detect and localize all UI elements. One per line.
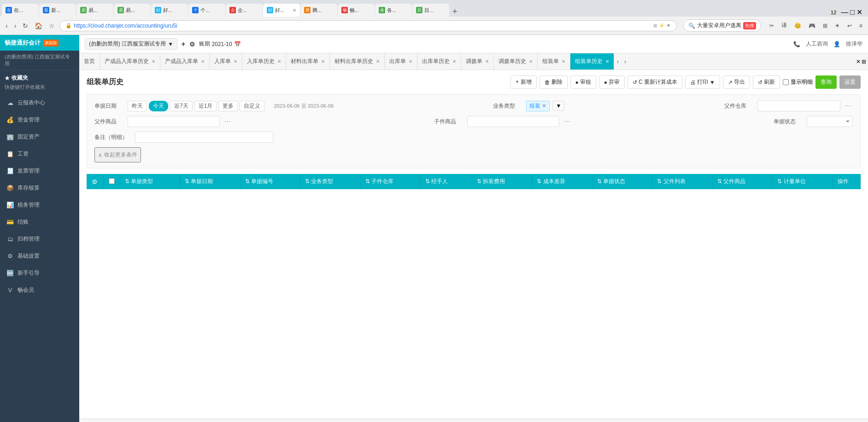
abandon-button[interactable]: ● 弃审 [599, 75, 625, 89]
sidebar-item-settlement[interactable]: 💳 结账 [0, 214, 79, 231]
minimize-button[interactable]: — [841, 8, 848, 17]
back-button[interactable]: ‹ [4, 21, 10, 30]
custom-date-btn[interactable]: 自定义 [240, 101, 264, 111]
sidebar-item-fund[interactable]: 💰 资金管理 [0, 111, 79, 128]
page-tab-production-inbound-history[interactable]: 产成品入库单历史 ✕ [100, 53, 160, 70]
grid-button[interactable]: ⊞ [821, 22, 829, 30]
last1month-btn[interactable]: 近1月 [194, 101, 217, 111]
collapse-button[interactable]: ∧ 收起更多条件 [94, 147, 141, 162]
bill-status-select[interactable] [807, 116, 853, 127]
translate-button[interactable]: 译 [780, 21, 789, 30]
print-button[interactable]: 🖨 打印 ▼ [685, 75, 720, 89]
browser-tab-3[interactable]: 易 易... [76, 4, 113, 17]
parent-warehouse-more[interactable]: ··· [843, 102, 853, 110]
last7days-btn[interactable]: 近7天 [170, 101, 193, 111]
th-checkbox[interactable] [103, 174, 120, 189]
browser-tab-2[interactable]: 新 新... [39, 4, 76, 17]
assembly-close[interactable]: ✕ [562, 59, 565, 64]
emoji-button[interactable]: 😊 [792, 22, 803, 30]
page-tab-transfer-history[interactable]: 调拨单历史 ✕ [494, 53, 538, 70]
search-box[interactable]: 🔍 大量安卓用户逃离 热搜 [683, 19, 761, 32]
company-select[interactable]: (勿删勿禁用) 江西服宝测试专用 ▼ [85, 38, 177, 50]
browser-tab-5[interactable]: 好 好... [151, 4, 188, 17]
sidebar-item-member[interactable]: V 畅会员 [0, 282, 79, 299]
browser-tab-11[interactable]: 各 各... [375, 4, 412, 17]
recalculate-button[interactable]: ↺ C 重新计算成本 [628, 75, 682, 89]
page-tab-home[interactable]: 首页 [79, 53, 100, 70]
browser-tab-6[interactable]: 个 个... [188, 4, 225, 17]
add-button[interactable]: + 新增 [510, 75, 536, 89]
th-cost-diff[interactable]: ⇅ 成本差异 [532, 174, 592, 189]
th-parent-item[interactable]: ⇅ 父件商品 [712, 174, 773, 189]
outbound-close[interactable]: ✕ [409, 59, 412, 64]
page-tab-outbound[interactable]: 出库单 ✕ [385, 53, 417, 70]
sidebar-item-inventory[interactable]: 📦 库存核算 [0, 179, 79, 197]
browser-tab-1[interactable]: 在 在... [2, 4, 39, 17]
child-item-more[interactable]: ··· [562, 117, 572, 126]
bookmark-button[interactable]: ☆ [47, 21, 57, 30]
business-type-dropdown[interactable]: ▼ [552, 101, 564, 111]
browser-tab-9[interactable]: 腾 腾... [300, 4, 337, 17]
th-business-type[interactable]: ⇅ 业务类型 [300, 174, 361, 189]
tab-scroll-left[interactable]: ‹ [614, 58, 622, 65]
more-dates-btn[interactable]: 更多 [218, 101, 238, 111]
material-outbound-history-close[interactable]: ✕ [376, 59, 380, 64]
audit-button[interactable]: ● 审核 [570, 75, 596, 89]
service-label[interactable]: 人工咨询 [806, 40, 828, 48]
refresh-browser-button[interactable]: ↻ [21, 21, 30, 30]
production-inbound-history-close[interactable]: ✕ [152, 59, 155, 64]
sidebar-item-tax[interactable]: 📊 税务管理 [0, 197, 79, 214]
page-tab-transfer[interactable]: 调拨单 ✕ [461, 53, 494, 70]
page-tab-material-outbound[interactable]: 材料出库单 ✕ [286, 53, 330, 70]
parent-item-input[interactable] [128, 116, 220, 127]
page-tab-inbound-history[interactable]: 入库单历史 ✕ [242, 53, 286, 70]
browser-tab-4[interactable]: 易 易... [114, 4, 151, 17]
query-button[interactable]: 查询 [815, 75, 837, 89]
th-handler[interactable]: ⇅ 经手人 [421, 174, 472, 189]
th-bill-date[interactable]: ⇅ 单据日期 [180, 174, 240, 189]
transfer-history-close[interactable]: ✕ [529, 59, 533, 64]
th-child-warehouse[interactable]: ⇅ 子件仓库 [360, 174, 421, 189]
settings-button[interactable]: 设置 [839, 75, 861, 89]
new-tab-button[interactable]: + [450, 7, 460, 17]
th-bill-status[interactable]: ⇅ 单据状态 [592, 174, 652, 189]
today-btn[interactable]: 今天 [149, 101, 168, 111]
th-bill-no[interactable]: ⇅ 单据编号 [240, 174, 300, 189]
business-type-tag-close[interactable]: ✕ [542, 103, 546, 109]
remark-input[interactable] [135, 132, 273, 143]
period-selector[interactable]: 账期 2021-10 📅 [199, 40, 241, 48]
select-all-checkbox[interactable] [109, 178, 115, 184]
production-inbound-close[interactable]: ✕ [201, 59, 205, 64]
transfer-close[interactable]: ✕ [485, 59, 489, 64]
gear-button[interactable]: ⚙ [92, 178, 98, 185]
page-tab-outbound-history[interactable]: 出库单历史 ✕ [417, 53, 461, 70]
close-all-tabs-button[interactable]: ✕ [856, 58, 861, 65]
browser-tab-8[interactable]: 好 好... ✕ [263, 4, 300, 17]
undo-button[interactable]: ↩ [845, 22, 854, 30]
material-outbound-close[interactable]: ✕ [321, 59, 325, 64]
export-button[interactable]: ↗ 导出 [723, 75, 750, 89]
forward-button[interactable]: › [12, 21, 18, 30]
th-disassembly-cost[interactable]: ⇅ 拆装费用 [472, 174, 532, 189]
parent-warehouse-input[interactable] [757, 100, 840, 111]
page-tab-assembly-history[interactable]: 组装单历史 ✕ [570, 53, 614, 70]
favorites-shortcut[interactable]: 快捷键打开收藏夹 [5, 84, 75, 91]
tab-scroll-right[interactable]: › [622, 58, 629, 65]
inbound-history-close[interactable]: ✕ [277, 59, 281, 64]
sidebar-item-cloud-report[interactable]: ☁ 云报表中心 [0, 94, 79, 111]
outbound-history-close[interactable]: ✕ [452, 59, 456, 64]
th-unit[interactable]: ⇅ 计量单位 [773, 174, 833, 189]
show-detail-checkbox[interactable] [783, 79, 789, 85]
inbound-close[interactable]: ✕ [234, 59, 237, 64]
assembly-history-close[interactable]: ✕ [605, 59, 609, 64]
page-tab-production-inbound[interactable]: 产成品入库单 ✕ [160, 53, 210, 70]
sidebar-item-salary[interactable]: 📋 工资 [0, 145, 79, 162]
scrollbar-hint[interactable] [79, 418, 868, 422]
th-bill-type[interactable]: ⇅ 单据类型 [120, 174, 180, 189]
sidebar-item-settings[interactable]: ⚙ 基础设置 [0, 248, 79, 265]
page-tab-inbound[interactable]: 入库单 ✕ [210, 53, 242, 70]
tab-8-close[interactable]: ✕ [293, 8, 296, 13]
sidebar-item-fixed-assets[interactable]: 🏢 固定资产 [0, 128, 79, 145]
url-box[interactable]: 🔒 https://cloud.chanjet.com/accounting/u… [59, 20, 677, 31]
refresh-button[interactable]: ↺ 刷新 [753, 75, 780, 89]
